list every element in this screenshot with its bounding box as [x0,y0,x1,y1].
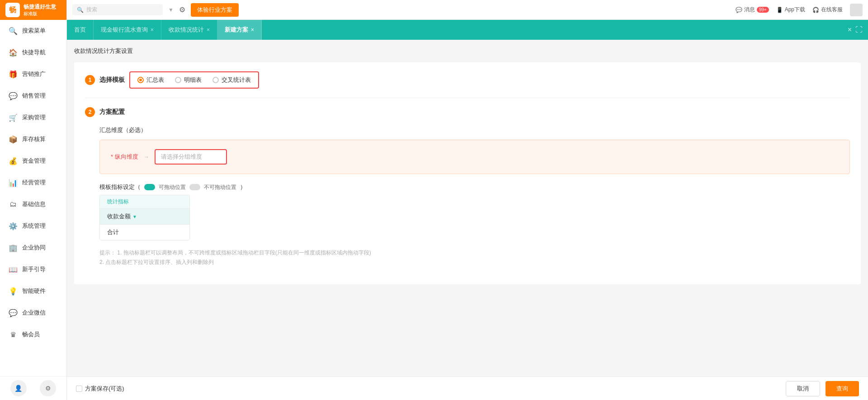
dim-arrow: → [144,154,149,160]
sidebar-bottom-btn-1[interactable]: 👤 [10,380,27,396]
stats-indicator-label: 统计指标 [100,195,189,209]
sidebar-item-quick-nav[interactable]: 🏠 快捷导航 [0,42,66,63]
download-action[interactable]: 📱 App下载 [776,6,805,14]
radio-detail[interactable]: 明细表 [175,76,202,84]
tip-line-1: 提示： 1. 拖动标题栏可以调整布局，不可跨维度或指标区域拖动栏目字段(只能在同… [99,249,850,257]
tab-new-plan-close[interactable]: × [251,27,254,33]
basic-info-icon: 🗂 [9,200,18,209]
dimension-grid: * 纵向维度 → 请选择分组维度 [99,140,850,174]
quick-nav-icon: 🏠 [9,48,18,57]
indicators-section: 模板指标设定（ 可拖动位置 不可拖动位置 ） 统计指标 [99,183,850,242]
chevron-down-icon[interactable]: ▼ [168,7,174,13]
gear-icon[interactable]: ⚙ [179,5,185,14]
sidebar-bottom: 👤 ⚙ [0,376,66,400]
step2-title: 方案配置 [99,108,125,116]
step1-num: 1 [85,75,95,85]
sidebar-item-collab[interactable]: 🏢 企业协同 [0,237,66,259]
sidebar-item-inventory[interactable]: 📦 库存核算 [0,128,66,150]
indicators-data-row: 合计 [100,224,189,240]
tab-home-label: 首页 [74,26,86,34]
draggable-hint: 模板指标设定（ 可拖动位置 不可拖动位置 ） [99,183,850,191]
step1-section: 1 选择模板 汇总表 明细表 [85,71,850,89]
radio-summary-label: 汇总表 [146,76,164,84]
download-icon: 📱 [776,7,783,13]
guide-icon: 📖 [9,265,18,274]
sidebar-item-marketing[interactable]: 🎁 营销推广 [0,63,66,85]
tab-bar: 首页 现金银行流水查询 × 收款情况统计 × 新建方案 × × ⛶ [67,20,868,40]
tab-receipt-close[interactable]: × [207,27,210,33]
indicator-dropdown-icon[interactable]: ▼ [132,214,137,219]
query-button[interactable]: 查询 [826,381,859,396]
tab-expand-btn[interactable]: ⛶ [855,26,863,34]
search-placeholder: 搜索 [86,6,97,14]
sidebar-item-label: 企业协同 [22,244,46,252]
page-title: 收款情况统计方案设置 [74,47,861,55]
sidebar-item-label: 采购管理 [22,113,46,122]
footer: 方案保存(可选) 取消 查询 [67,376,868,400]
sidebar-item-label: 畅会员 [22,330,40,339]
sidebar-item-sales[interactable]: 💬 销售管理 [0,85,66,107]
save-checkbox[interactable] [76,386,82,392]
sidebar-item-guide[interactable]: 📖 新手引导 [0,259,66,280]
template-radio-group: 汇总表 明细表 交叉统计表 [129,71,259,89]
tab-new-plan[interactable]: 新建方案 × [217,20,262,40]
sidebar-item-basic-info[interactable]: 🗂 基础信息 [0,193,66,215]
service-label: 在线客服 [821,6,843,14]
footer-buttons: 取消 查询 [786,381,859,396]
tab-close-btn[interactable]: × [848,26,852,34]
sidebar-item-member[interactable]: ♛ 畅会员 [0,324,66,345]
industry-button[interactable]: 体验行业方案 [191,3,239,17]
user-avatar[interactable] [850,4,863,16]
logo-text: 畅捷通好生意 标准版 [24,3,56,17]
sidebar-item-label: 资金管理 [22,157,46,165]
header-actions: 💬 消息 99+ 📱 App下载 🎧 在线客服 [736,4,863,16]
header-search[interactable]: 🔍 搜索 [72,4,163,15]
sidebar-item-search-menu[interactable]: 🔍 搜索菜单 [0,20,66,42]
undraggable-label: 不可拖动位置 [204,184,236,191]
vertical-dim-select[interactable]: 请选择分组维度 [155,149,227,165]
hardware-icon: 💡 [9,287,18,296]
sidebar-item-wechat[interactable]: 💬 企业微信 [0,302,66,324]
section-divider [85,98,850,98]
radio-cross-label: 交叉统计表 [222,76,251,84]
sidebar-item-label: 销售管理 [22,92,46,100]
tab-bar-actions: × ⛶ [842,20,868,40]
service-action[interactable]: 🎧 在线客服 [812,6,843,14]
radio-cross[interactable]: 交叉统计表 [212,76,251,84]
step2-header: 2 方案配置 [85,107,850,117]
message-action[interactable]: 💬 消息 99+ [736,6,769,14]
tab-cashflow[interactable]: 现金银行流水查询 × [94,20,161,40]
logo-icon: 畅 [5,3,20,17]
sidebar-item-finance[interactable]: 💰 资金管理 [0,150,66,172]
inventory-icon: 📦 [9,135,18,144]
top-header: 🔍 搜索 ▼ ⚙ 体验行业方案 💬 消息 99+ 📱 App下载 🎧 在线客服 [67,0,868,20]
tab-receipt-stats[interactable]: 收款情况统计 × [161,20,217,40]
sidebar-item-business[interactable]: 📊 经营管理 [0,172,66,193]
sidebar-item-label: 经营管理 [22,179,46,187]
message-label: 消息 [744,6,755,14]
tab-cashflow-close[interactable]: × [151,27,154,33]
radio-detail-circle [175,77,181,83]
indicators-config-suffix: ） [240,183,246,191]
radio-summary[interactable]: 汇总表 [137,76,164,84]
tab-home[interactable]: 首页 [67,20,94,40]
vertical-dim-row: * 纵向维度 → 请选择分组维度 [111,149,839,165]
sidebar-bottom-btn-2[interactable]: ⚙ [40,380,56,396]
sidebar-item-label: 营销推广 [22,70,46,78]
summary-dim-title: 汇总维度（必选） [99,126,850,134]
sidebar-item-label: 快捷导航 [22,48,46,56]
indicators-table: 统计指标 收款金额 ▼ 合计 [99,195,190,240]
indicators-config-label: 模板指标设定（ [99,183,141,191]
sidebar-item-purchase[interactable]: 🛒 采购管理 [0,107,66,128]
radio-summary-circle [137,77,144,83]
vertical-dim-label: * 纵向维度 [111,153,138,161]
tab-receipt-stats-label: 收款情况统计 [169,26,204,34]
cancel-button[interactable]: 取消 [786,381,820,396]
finance-icon: 💰 [9,156,18,165]
sidebar-item-system[interactable]: ⚙️ 系统管理 [0,215,66,237]
search-menu-icon: 🔍 [9,26,18,35]
indicator-col-header[interactable]: 收款金额 ▼ [100,209,154,224]
step2-section: 2 方案配置 汇总维度（必选） * 纵向维度 → 请选择分组维度 [85,107,850,266]
sidebar-item-hardware[interactable]: 💡 智能硬件 [0,280,66,302]
sidebar-item-label: 系统管理 [22,222,46,230]
